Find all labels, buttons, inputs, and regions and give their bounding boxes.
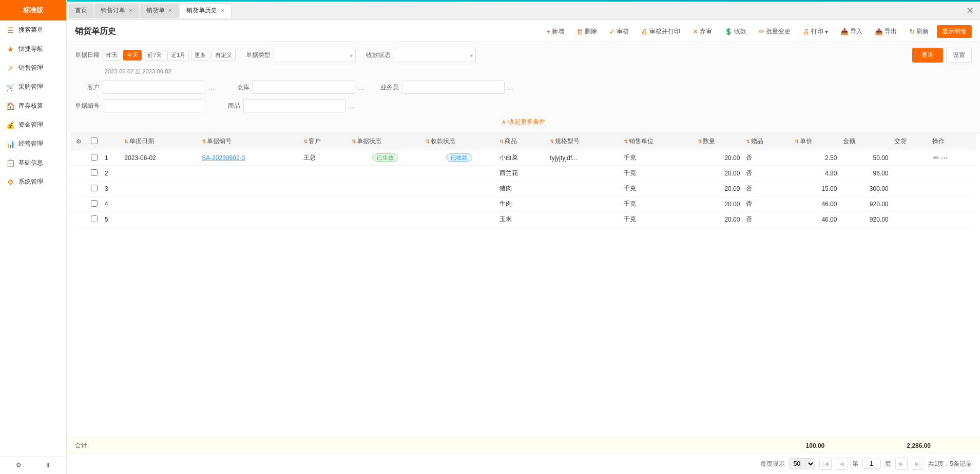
date-btn-today[interactable]: 今天 — [123, 50, 142, 61]
th-spec-model[interactable]: ⇅规格型号 — [547, 133, 621, 150]
new-button[interactable]: + 新增 — [542, 25, 568, 38]
th-gear[interactable]: ⚙ — [71, 133, 86, 150]
filter-doc-no: 单据编号 — [75, 99, 205, 112]
row-checkbox-3[interactable] — [91, 200, 98, 207]
row-doc-no[interactable] — [199, 212, 300, 227]
warehouse-input[interactable] — [253, 81, 355, 94]
first-page-button[interactable]: |◀ — [819, 458, 832, 470]
page-number-input[interactable] — [862, 459, 881, 469]
sidebar-item-inventory[interactable]: 🏠 库存核算 — [0, 96, 66, 115]
row-more-icon[interactable]: ⋯ — [941, 154, 948, 162]
audit-button[interactable]: ✓ 审核 — [605, 25, 633, 38]
sidebar-item-ops-mgmt[interactable]: 📊 经营管理 — [0, 134, 66, 153]
filter-settings-button[interactable]: 设置 — [946, 48, 972, 63]
collect-status-select[interactable] — [394, 49, 476, 62]
sidebar-item-sys-mgmt[interactable]: ⚙ 系统管理 — [0, 172, 66, 191]
tab-sales-history-close[interactable]: ✕ — [220, 7, 225, 14]
date-btn-7days[interactable]: 近7天 — [144, 50, 165, 61]
sidebar-item-quick-nav[interactable]: ★ 快捷导航 — [0, 40, 66, 58]
row-checkbox-4[interactable] — [91, 215, 98, 222]
sidebar-item-finance-mgmt[interactable]: 💰 资金管理 — [0, 115, 66, 134]
discard-icon: ✕ — [693, 28, 698, 35]
customer-input[interactable] — [103, 81, 205, 94]
doc-no-link[interactable]: SA-20230602-0 — [202, 154, 245, 162]
row-check-cell[interactable] — [86, 196, 102, 212]
th-gift[interactable]: ⇅赠品 — [743, 133, 792, 150]
tab-sales-history[interactable]: 销货单历史 ✕ — [180, 4, 232, 18]
batch-change-button[interactable]: ✏ 批量变更 — [755, 25, 795, 38]
date-btn-1month[interactable]: 近1月 — [167, 50, 189, 61]
date-btn-yesterday[interactable]: 昨天 — [103, 50, 121, 61]
row-customer — [300, 196, 349, 212]
doc-no-input[interactable] — [103, 99, 205, 112]
next-page-button[interactable]: ▶ — [895, 458, 908, 470]
sidebar-item-sales-mgmt[interactable]: ↗ 销售管理 — [0, 58, 66, 77]
doc-type-select[interactable] — [274, 49, 356, 62]
discard-button[interactable]: ✕ 弃审 — [688, 25, 716, 38]
sidebar-item-purchase-mgmt[interactable]: 🛒 采购管理 — [0, 77, 66, 96]
th-quantity[interactable]: ⇅数量 — [695, 133, 743, 150]
tab-sales-order-close[interactable]: ✕ — [128, 7, 133, 14]
sort-gift-icon: ⇅ — [746, 139, 750, 144]
row-checkbox-1[interactable] — [91, 169, 98, 176]
staff-dots[interactable]: ... — [508, 83, 514, 91]
collect-status-label: 收款状态 — [366, 51, 391, 60]
row-doc-no[interactable]: SA-20230602-0 — [199, 150, 300, 166]
th-unit-price[interactable]: ⇅单价 — [792, 133, 840, 150]
print-button[interactable]: 🖨 打印 ▾ — [799, 25, 832, 38]
row-doc-no[interactable] — [199, 181, 300, 196]
import-button[interactable]: 📥 导入 — [836, 25, 867, 38]
row-checkbox-0[interactable] — [91, 154, 98, 161]
th-doc-date[interactable]: ⇅单据日期 — [121, 133, 199, 150]
collect-button[interactable]: 💲 收款 — [720, 25, 751, 38]
refresh-button[interactable]: ↻ 刷新 — [905, 25, 933, 38]
th-sales-unit[interactable]: ⇅销售单位 — [621, 133, 695, 150]
last-page-button[interactable]: ▶| — [912, 458, 924, 470]
row-doc-no[interactable] — [199, 166, 300, 181]
tab-sales-invoice-close[interactable]: ✕ — [168, 7, 172, 14]
row-doc-date — [121, 181, 199, 196]
tab-home[interactable]: 首页 — [69, 4, 93, 18]
warehouse-dots[interactable]: ... — [358, 83, 364, 91]
delete-button[interactable]: 🗑 删除 — [572, 25, 601, 38]
row-check-cell[interactable] — [86, 166, 102, 181]
main-area: 首页 销售订单 ✕ 销货单 ✕ 销货单历史 ✕ ✕ 销货单历史 + 新增 — [67, 0, 980, 474]
th-doc-status[interactable]: ⇅单据状态 — [349, 133, 422, 150]
goods-dots[interactable]: ... — [349, 102, 355, 110]
goods-input[interactable] — [243, 99, 346, 112]
select-all-checkbox[interactable] — [91, 137, 98, 144]
close-all-tabs[interactable]: ✕ — [962, 5, 978, 16]
date-btn-more[interactable]: 更多 — [191, 50, 209, 61]
row-sales-unit: 千克 — [621, 181, 695, 196]
pause-footer-icon[interactable]: ⏸ — [45, 462, 51, 469]
audit-print-button[interactable]: 🖨 审核并打印 — [637, 25, 684, 38]
export-button[interactable]: 📤 导出 — [871, 25, 901, 38]
row-edit-icon[interactable]: ✏ — [933, 154, 939, 162]
table-gear-icon[interactable]: ⚙ — [76, 138, 82, 145]
settings-footer-icon[interactable]: ⚙ — [16, 462, 22, 469]
prev-page-button[interactable]: ◀ — [836, 458, 848, 470]
th-collect-status[interactable]: ⇅收款状态 — [422, 133, 496, 150]
tab-sales-order[interactable]: 销售订单 ✕ — [94, 4, 139, 18]
sidebar-footer: ⚙ ⏸ — [0, 456, 66, 474]
tab-sales-invoice[interactable]: 销货单 ✕ — [140, 4, 179, 18]
staff-input[interactable] — [402, 81, 505, 94]
row-doc-no[interactable] — [199, 196, 300, 212]
row-checkbox-2[interactable] — [91, 185, 98, 191]
date-btn-custom[interactable]: 自定义 — [212, 50, 236, 61]
row-check-cell[interactable] — [86, 212, 102, 227]
show-detail-button[interactable]: 显示明细 — [937, 25, 972, 38]
customer-dots[interactable]: ... — [208, 83, 215, 91]
query-button[interactable]: 查询 — [912, 48, 943, 63]
page-size-select[interactable]: 50 100 200 — [789, 458, 815, 469]
th-goods[interactable]: ⇅商品 — [496, 133, 547, 150]
collapse-filter-button[interactable]: ∧ 收起更多条件 — [502, 117, 545, 126]
sidebar-item-search-menu[interactable]: ☰ 搜索菜单 — [0, 21, 66, 40]
th-customer[interactable]: ⇅客户 — [300, 133, 349, 150]
row-check-cell[interactable] — [86, 150, 102, 166]
row-check-cell[interactable] — [86, 181, 102, 196]
row-unit-price: 2.50 — [792, 150, 840, 166]
sidebar-item-basic-info[interactable]: 📋 基础信息 — [0, 153, 66, 172]
th-doc-no[interactable]: ⇅单据编号 — [199, 133, 300, 150]
th-check — [86, 133, 102, 150]
